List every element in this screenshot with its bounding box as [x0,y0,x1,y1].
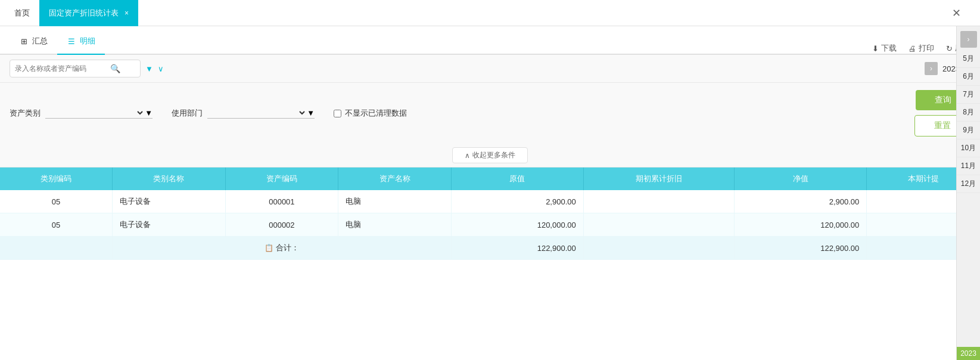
data-table: 类别编码 类别名称 资产编码 资产名称 原值 期初累计折旧 净值 本期计提 05… [0,167,980,260]
sidebar-month-item[interactable]: 7月 [957,86,980,104]
total-accum-dep [583,237,735,260]
search-bar: 🔍 ▼ ∨ › 2023.01 [0,55,980,83]
print-button[interactable]: 🖨 打印 [909,43,934,54]
sidebar-month-item[interactable]: 6月 [957,68,980,86]
collapse-bar: ∧ 收起更多条件 [10,144,970,167]
sidebar-month-item[interactable]: 11月 [957,157,980,175]
cell-category-name: 电子设备 [112,213,225,237]
col-header-category-code: 类别编码 [0,167,112,190]
table-row: 05 电子设备 000002 电脑 120,000.00 120,000.00 [0,213,980,237]
col-header-asset-code: 资产编码 [225,167,338,190]
top-navigation: 首页 固定资产折旧统计表 × ✕ [0,0,980,26]
search-input[interactable] [15,64,110,73]
total-label-cell [0,237,112,260]
close-tab-button[interactable]: × [125,9,129,17]
cell-accum-dep [583,213,735,237]
sidebar-year-badge: 2023 [957,347,980,360]
col-header-original-value: 原值 [451,167,583,190]
cell-original-value: 2,900.00 [451,190,583,213]
department-select[interactable] [207,108,307,118]
sidebar-month-item[interactable]: 10月 [957,139,980,157]
main-content: ⊞ 汇总 ☰ 明细 ⬇ 下载 🖨 打印 ↻ 刷新 🔍 [0,26,980,360]
sidebar-month-item[interactable]: 8月 [957,104,980,122]
asset-category-label: 资产类别 [10,108,41,119]
chevron-down-icon: ∨ [158,64,164,73]
cell-category-name: 电子设备 [112,190,225,213]
tab-detail[interactable]: ☰ 明细 [57,29,105,55]
col-header-asset-name: 资产名称 [338,167,452,190]
active-tab[interactable]: 固定资产折旧统计表 × [39,0,138,26]
department-select-wrap: ▼ [207,108,315,119]
no-cleared-data-checkbox[interactable] [334,110,341,117]
print-icon: 🖨 [909,44,916,53]
home-tab[interactable]: 首页 [5,0,39,26]
tab-summary-label: 汇总 [32,36,48,46]
total-icon-label: 📋 合计： [112,237,451,260]
download-button[interactable]: ⬇ 下载 [872,43,897,54]
refresh-icon: ↻ [946,44,953,53]
cell-asset-code: 000002 [225,213,338,237]
collapse-button[interactable]: ∧ 收起更多条件 [452,147,528,163]
asset-category-select[interactable] [45,108,145,118]
asset-category-dropdown-icon: ▼ [145,108,153,117]
filter-department: 使用部门 ▼ [172,108,315,119]
detail-icon: ☰ [67,36,76,46]
total-original-value: 122,900.00 [451,237,583,260]
collapse-label: 收起更多条件 [472,150,515,160]
sidebar-month-item[interactable]: 5月 [957,50,980,68]
no-cleared-data-checkbox-wrap: 不显示已清理数据 [334,108,407,119]
total-row: 📋 合计： 122,900.00 122,900.00 [0,237,980,260]
filter-row: 资产类别 ▼ 使用部门 ▼ 不显示已清理数 [10,90,970,144]
table-row: 05 电子设备 000001 电脑 2,900.00 2,900.00 [0,190,980,213]
download-label: 下载 [881,43,897,54]
asset-category-select-wrap: ▼ [45,108,153,119]
right-sidebar: › 5月6月7月8月9月10月11月12月 2023 [956,26,980,360]
cell-asset-name: 电脑 [338,190,452,213]
cell-net-value: 2,900.00 [735,190,867,213]
sidebar-collapse-arrow[interactable]: › [960,31,977,48]
more-conditions-button[interactable]: ▼ ∨ [145,64,164,73]
cell-accum-dep [583,190,735,213]
col-header-net-value: 净值 [735,167,867,190]
collapse-icon: ∧ [465,151,470,160]
sidebar-month-item[interactable]: 9月 [957,122,980,139]
filter-icon: ▼ [145,64,153,73]
filter-expand-area: 资产类别 ▼ 使用部门 ▼ 不显示已清理数 [0,83,980,167]
top-nav-right: ✕ [947,4,980,22]
sidebar-month-item[interactable]: 12月 [957,175,980,193]
table-header-row: 类别编码 类别名称 资产编码 资产名称 原值 期初累计折旧 净值 本期计提 [0,167,980,190]
close-window-button[interactable]: ✕ [947,4,966,22]
cell-asset-code: 000001 [225,190,338,213]
total-net-value: 122,900.00 [735,237,867,260]
sidebar-months: 5月6月7月8月9月10月11月12月 [957,50,980,193]
cell-original-value: 120,000.00 [451,213,583,237]
tab-detail-label: 明细 [80,36,95,46]
search-input-wrap: 🔍 [10,60,141,77]
filter-asset-category: 资产类别 ▼ [10,108,153,119]
cell-net-value: 120,000.00 [735,213,867,237]
download-icon: ⬇ [872,44,879,53]
cell-asset-name: 电脑 [338,213,452,237]
cell-category-code: 05 [0,190,112,213]
department-dropdown-icon: ▼ [307,108,315,117]
no-cleared-data-label: 不显示已清理数据 [345,108,407,119]
print-label: 打印 [919,43,934,54]
tab-summary[interactable]: ⊞ 汇总 [10,29,57,55]
summary-icon: ⊞ [19,36,29,46]
col-header-category-name: 类别名称 [112,167,225,190]
search-icon[interactable]: 🔍 [110,64,120,73]
cell-category-code: 05 [0,213,112,237]
department-label: 使用部门 [172,108,203,119]
active-tab-label: 固定资产折旧统计表 [49,8,119,18]
date-prev-arrow[interactable]: › [925,62,938,75]
sub-tabs-bar: ⊞ 汇总 ☰ 明细 ⬇ 下载 🖨 打印 ↻ 刷新 [0,26,980,55]
data-table-wrap: 类别编码 类别名称 资产编码 资产名称 原值 期初累计折旧 净值 本期计提 05… [0,167,980,360]
col-header-accum-dep: 期初累计折旧 [583,167,735,190]
